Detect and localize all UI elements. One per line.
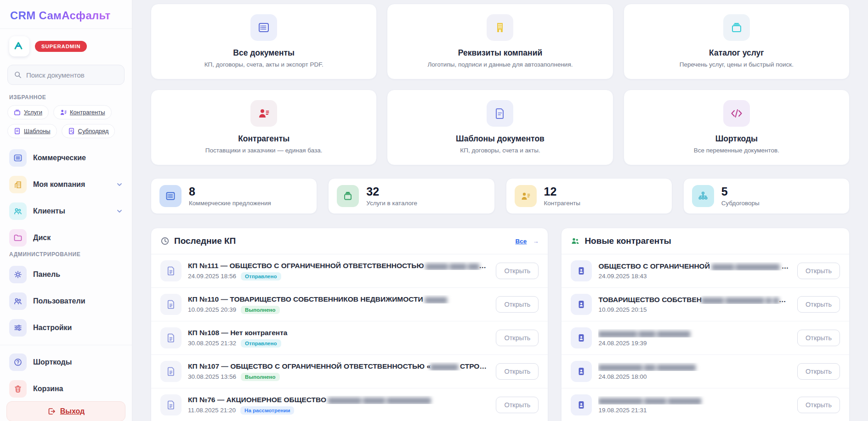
open-button[interactable]: Открыть [797,330,840,346]
recent-kp-panel: Последние КП Все → КП №111 — ОБЩЕСТВО С … [151,228,548,421]
question-circle-icon [9,354,27,371]
bottom-panels: Последние КП Все → КП №111 — ОБЩЕСТВО С … [151,228,850,421]
search-icon [14,71,22,79]
card-company-details[interactable]: Реквизиты компаний Логотипы, подписи и д… [387,4,613,79]
contractor-item-name: ▆▆▆▆▆▆▆ ▆▆▆ ▆▆▆▆▆▆ [598,329,791,337]
catalog-box-icon [337,185,359,207]
contractor-item-body: ▆▆▆▆▆▆▆▆ ▆▆ ▆▆▆▆▆▆▆ 24.08.2025 18:00 [598,363,791,380]
trash-icon [9,380,27,398]
search-box[interactable] [7,65,125,85]
contractor-item-date: 10.09.2025 20:15 [598,306,647,313]
card-shortcodes[interactable]: Шорткоды Все переменные документов. [624,90,850,165]
favorite-chip-templates[interactable]: Шаблоны [7,124,57,138]
new-contractors-list: ОБЩЕСТВО С ОГРАНИЧЕННОЙ ▆▆▆▆ ▆▆▆▆▆▆▆▆ ▆▆… [562,254,849,421]
recent-kp-header: Последние КП Все → [151,228,548,254]
nav-item-clients[interactable]: Клиенты [6,199,125,224]
nav-item-panel[interactable]: Панель [6,262,125,287]
new-contractors-header: Новые контрагенты [562,228,849,254]
app-root: CRM СамАсфальт SUPERADMIN ИЗБРАННОЕ [0,0,868,421]
nav-item-users[interactable]: Пользователи [6,289,125,314]
nav-item-my-company[interactable]: Моя компания [6,172,125,197]
chevron-down-icon[interactable] [116,208,123,214]
kp-item-title: КП №108 — Нет контрагента [188,329,489,337]
open-button[interactable]: Открыть [797,263,840,279]
main-nav: Коммерческие Моя компания Клиенты [6,146,125,250]
open-button[interactable]: Открыть [496,363,539,380]
nav-item-trash[interactable]: Корзина [6,376,125,401]
stat-contractors[interactable]: 12 Контрагенты [506,178,672,214]
redacted-text: ▆▆▆▆▆▆▆▆ ▆▆▆▆ ▆▆▆▆▆▆ [598,396,701,404]
contact-card-icon [571,260,592,281]
admin-section-label: АДМИНИСТРИРОВАНИЕ [6,250,125,262]
open-button[interactable]: Открыть [496,263,539,279]
people-icon [571,236,580,246]
stat-label: Коммерческие предложения [189,200,271,207]
status-badge: Отправлено [241,339,281,348]
kp-item-date: 11.08.2025 21:20 [188,407,236,414]
contractor-item-date: 24.08.2025 19:39 [598,340,647,347]
open-button[interactable]: Открыть [496,330,539,346]
document-icon [160,394,182,415]
nav-item-label: Коммерческие [33,154,123,162]
document-icon [487,100,513,127]
extra-nav: Шорткоды Корзина [6,350,125,401]
admin-nav: Панель Пользователи Настройки [6,262,125,340]
nav-item-shortcodes[interactable]: Шорткоды [6,350,125,375]
favorite-chip-contractors[interactable]: Контрагенты [53,105,112,119]
kp-list-item: КП №108 — Нет контрагента 30.08.2025 21:… [151,321,548,355]
company-logo [9,36,29,56]
redacted-text: ▆▆▆▆▆▆▆ ▆▆▆ ▆▆▆▆▆▆ [598,329,690,337]
logout-button[interactable]: Выход [6,401,125,421]
favorite-chip-subcontract[interactable]: Субподряд [62,124,115,138]
open-button[interactable]: Открыть [797,296,840,313]
favorites-section-label: ИЗБРАННОЕ [6,93,125,105]
kp-item-meta: 30.08.2025 13:56 Выполнено [188,373,489,381]
card-subtitle: КП, договоры, счета и акты. [397,147,603,154]
contractor-item-meta: 10.09.2025 20:15 [598,306,791,313]
view-all-link[interactable]: Все [516,238,527,245]
chevron-down-icon[interactable] [116,181,123,188]
card-all-documents[interactable]: Все документы КП, договоры, счета, акты … [151,4,377,79]
stat-commercial-offers[interactable]: 8 Коммерческие предложения [151,178,317,214]
kp-item-body: КП №111 — ОБЩЕСТВО С ОГРАНИЧЕННОЙ ОТВЕТС… [188,262,489,281]
kp-item-date: 24.09.2025 18:56 [188,273,236,280]
arrow-right-icon: → [533,238,539,245]
document-icon [160,260,182,281]
favorite-chip-services[interactable]: Услуги [7,105,49,119]
kp-item-meta: 24.09.2025 18:56 Отправлено [188,272,489,281]
card-title: Все документы [160,48,367,58]
open-button[interactable]: Открыть [797,363,840,380]
stat-subcontracts[interactable]: 5 Субдоговоры [683,178,850,214]
contractor-item-body: ТОВАРИЩЕСТВО СОБСТВЕН▆▆▆▆ ▆▆▆▆▆▆▆ ▆ ▆▆… … [598,296,791,313]
favorite-chip-label: Услуги [24,109,42,116]
stat-services-catalog[interactable]: 32 Услуги в каталоге [328,178,494,214]
stat-value: 5 [721,185,760,198]
contractor-item-name: ▆▆▆▆▆▆▆▆ ▆▆▆▆ ▆▆▆▆▆▆ [598,396,791,404]
card-title: Контрагенты [160,134,367,144]
contractor-list-item: ОБЩЕСТВО С ОГРАНИЧЕННОЙ ▆▆▆▆ ▆▆▆▆▆▆▆▆ ▆▆… [562,254,849,288]
nav-item-commercial[interactable]: Коммерческие [6,146,125,170]
open-button[interactable]: Открыть [496,296,539,313]
search-input[interactable] [26,71,118,79]
identity-row: SUPERADMIN [6,35,125,63]
open-button[interactable]: Открыть [496,397,539,413]
nav-item-label: Диск [33,234,123,242]
open-button[interactable]: Открыть [797,397,840,413]
status-badge: Отправлено [241,272,281,281]
contact-card-icon [571,294,592,315]
code-icon [723,100,750,127]
role-badge: SUPERADMIN [35,41,87,52]
redacted-text: ▆▆▆▆ ▆▆▆ ▆▆▆▆▆ [426,262,490,269]
new-contractors-panel: Новые контрагенты ОБЩЕСТВО С ОГРАНИЧЕННО… [561,228,850,421]
status-badge: На рассмотрении [240,406,294,415]
list-document-icon [159,185,182,207]
card-contractors[interactable]: Контрагенты Поставщики и заказчики — еди… [151,90,377,165]
divider [0,28,132,29]
card-document-templates[interactable]: Шаблоны документов КП, договоры, счета и… [387,90,613,165]
nav-item-label: Корзина [33,385,123,393]
kp-item-meta: 10.09.2025 20:39 Выполнено [188,306,489,314]
card-service-catalog[interactable]: Каталог услуг Перечень услуг, цены и быс… [624,4,850,79]
nav-item-disk[interactable]: Диск [6,225,125,250]
redacted-text: ▆▆▆▆▆▆ ▆▆▆▆ ▆▆▆▆▆▆▆▆ [328,396,431,404]
nav-item-settings[interactable]: Настройки [6,315,125,340]
